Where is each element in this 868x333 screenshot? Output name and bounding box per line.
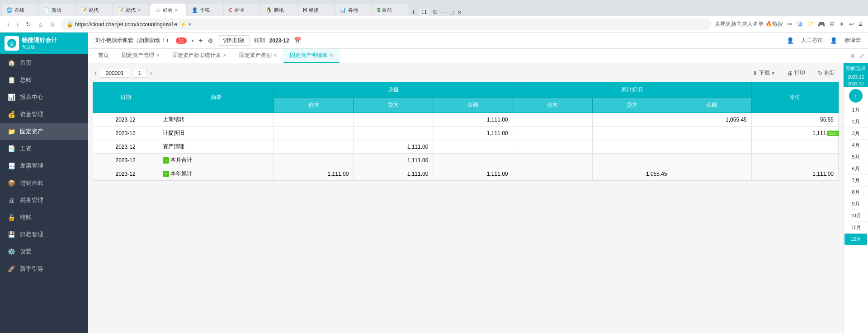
browser-tab-8[interactable]: Ⅿ 畅捷 <box>298 4 335 16</box>
tab-asset-category[interactable]: 固定资产类别 ✕ <box>233 49 283 63</box>
browser-tab-7[interactable]: 🐧 腾讯 <box>261 4 297 16</box>
sidebar-item-home[interactable]: 🏠 首页 <box>0 54 88 71</box>
forward-button[interactable]: › <box>15 20 21 29</box>
browser-tab-5[interactable]: 👤 个税 <box>187 4 223 16</box>
sidebar-item-funds[interactable]: 💰 资金管理 <box>0 106 88 123</box>
browser-tab-10[interactable]: S 目前 <box>373 4 409 16</box>
tab-fixed-assets-mgmt[interactable]: 固定资产管理 ✕ <box>115 49 166 63</box>
content-area: ‹ › ⬇ 下载 ▾ 🖨 打印 <box>88 63 868 333</box>
refresh-button[interactable]: ↻ 刷新 <box>814 68 839 78</box>
shield-icon[interactable]: 🛡 <box>807 21 813 28</box>
month-item-2[interactable]: 2月 <box>844 116 868 128</box>
sidebar-label-guide: 新手引导 <box>20 265 43 273</box>
cut-icon[interactable]: ✂ <box>788 21 793 28</box>
tab-favicon-1: 📄 <box>43 7 50 13</box>
sidebar-item-closing[interactable]: 🔒 结账 <box>0 209 88 226</box>
print-button[interactable]: 🖨 打印 <box>783 68 809 78</box>
month-item-4[interactable]: 4月 <box>844 140 868 151</box>
browser-tab-9[interactable]: 📊 各地 <box>335 4 372 16</box>
collapse-panel-button[interactable]: ✕ <box>850 52 855 60</box>
month-item-3[interactable]: 3月 <box>844 128 868 140</box>
menu-icon[interactable]: ≡ <box>859 20 863 28</box>
tab-close-4[interactable]: ✕ <box>175 8 178 13</box>
home-button[interactable]: ⌂ <box>37 20 44 29</box>
sidebar-item-ledger[interactable]: 📋 总账 <box>0 71 88 89</box>
scroll-up-button[interactable]: ↑ <box>849 89 863 103</box>
month-item-5[interactable]: 5月 <box>844 151 868 163</box>
sidebar-item-tax[interactable]: 🖨 税务管理 <box>0 192 88 209</box>
download-icon: ⬇ <box>753 70 757 76</box>
sidebar-label-tax: 税务管理 <box>20 196 43 204</box>
tab-close-dep-stats[interactable]: ✕ <box>223 53 226 58</box>
tab-favicon-6: C <box>229 7 232 13</box>
game-icon[interactable]: 🎮 <box>818 21 825 28</box>
tab-label-7: 腾讯 <box>274 7 284 14</box>
brightness-icon[interactable]: ☀ <box>839 21 844 28</box>
reload-button[interactable]: ↻ <box>24 20 33 29</box>
month-item-6[interactable]: 6月 <box>844 163 868 175</box>
month-item-10[interactable]: 10月 <box>844 210 868 222</box>
dropdown-arrow-company[interactable]: ▾ <box>191 38 194 44</box>
month-item-12[interactable]: 12月 <box>844 234 867 245</box>
month-item-11[interactable]: 11月 <box>844 222 868 234</box>
sidebar-item-reports[interactable]: 📊 报表中心 <box>0 89 88 106</box>
cell-net-2 <box>751 140 838 154</box>
close-browser-icon[interactable]: ✕ <box>457 9 462 16</box>
grid-icon[interactable]: ⊞ <box>830 21 835 28</box>
sidebar-item-archive[interactable]: 💾 归档管理 <box>0 226 88 243</box>
restore-window-icon[interactable]: ⧉ <box>433 9 437 16</box>
new-tab-button[interactable]: + <box>411 8 415 16</box>
sidebar-header: 会 畅捷通好会计 专业版 <box>0 33 88 54</box>
settings-gear-icon[interactable]: ⚙ <box>208 37 213 44</box>
dropdown-arrow[interactable]: ▾ <box>189 21 191 28</box>
sidebar-item-invoices[interactable]: 🧾 发票管理 <box>0 157 88 174</box>
add-company-button[interactable]: + <box>198 37 203 45</box>
next-page-button[interactable]: › <box>148 69 154 77</box>
browser-tab-6[interactable]: C 企业 <box>224 4 260 16</box>
browser-tab-1[interactable]: 📄 新版 <box>39 4 75 16</box>
sidebar-item-fixed-assets[interactable]: 📁 固定资产 <box>0 123 88 140</box>
tab-close-detail[interactable]: ✕ <box>330 53 333 58</box>
notification-badge[interactable]: 11 <box>176 38 187 44</box>
sidebar-item-purchase-sales[interactable]: 📦 进销台账 <box>0 174 88 192</box>
undo-icon[interactable]: ↩ <box>849 21 854 28</box>
tab-close-fa-mgmt[interactable]: ✕ <box>156 53 160 58</box>
sidebar: 会 畅捷通好会计 专业版 🏠 首页 📋 总账 📊 报表中心 💰 资金管理 <box>0 33 88 333</box>
bookmark-button[interactable]: ☆ <box>48 20 57 29</box>
month-item-1[interactable]: 1月 <box>844 104 868 116</box>
prev-page-button[interactable]: ‹ <box>93 69 98 77</box>
back-button[interactable]: ‹ <box>5 20 11 29</box>
tab-close-3[interactable]: ✕ <box>137 8 141 13</box>
sidebar-item-guide[interactable]: 🚀 新手引导 <box>0 260 88 277</box>
expand-panel-button[interactable]: ⤢ <box>859 52 864 60</box>
tabs-bar: 首页 固定资产管理 ✕ 固定资产折旧统计表 ✕ 固定资产类别 ✕ 固定资产明细账… <box>88 49 868 63</box>
minimize-icon[interactable]: — <box>441 9 447 16</box>
topbar: 刘小艳演示账套（勿删勿动！） 11 ▾ + ⚙ 切到旧版 账期 2023-12 … <box>88 33 868 49</box>
maximize-icon[interactable]: □ <box>450 9 454 16</box>
switch-version-button[interactable]: 切到旧版 <box>218 35 250 46</box>
cell-summary-3: +本月合计 <box>158 154 274 167</box>
asset-code-input[interactable] <box>100 69 129 78</box>
url-bar[interactable]: 🔒 https://cloud.chanjet.com/accounting/u… <box>61 19 712 30</box>
tab-asset-detail[interactable]: 固定资产明细账 ✕ <box>283 49 340 63</box>
tab-close-category[interactable]: ✕ <box>274 53 277 58</box>
month-item-7[interactable]: 7月 <box>844 175 868 187</box>
sidebar-item-payroll[interactable]: 📑 工资 <box>0 140 88 157</box>
cell-net-0: 55.55 <box>751 113 838 127</box>
sidebar-item-settings[interactable]: ⚙️ 设置 <box>0 243 88 260</box>
browser-tab-0[interactable]: 🌐 在线 <box>2 4 38 16</box>
tab-depreciation-stats[interactable]: 固定资产折旧统计表 ✕ <box>166 49 233 63</box>
download-button[interactable]: ⬇ 下载 ▾ <box>749 68 778 78</box>
calendar-icon[interactable]: 📅 <box>294 37 301 44</box>
download-dropdown-icon[interactable]: ▾ <box>772 70 774 76</box>
page-number-input[interactable] <box>133 69 146 78</box>
browser-tab-3[interactable]: 📝 易代 ✕ <box>113 4 149 16</box>
translate-icon[interactable]: 译 <box>797 20 803 28</box>
browser-tab-4[interactable]: ☁️ 好会 ✕ <box>150 4 186 16</box>
month-item-9[interactable]: 9月 <box>844 198 868 210</box>
tab-home[interactable]: 首页 <box>92 49 115 63</box>
month-item-8[interactable]: 8月 <box>844 187 868 198</box>
tab-label-8: 畅捷 <box>309 7 319 14</box>
browser-tab-2[interactable]: 📝 易代 <box>76 4 112 16</box>
ai-service-label[interactable]: 人工咨询 <box>801 37 823 44</box>
